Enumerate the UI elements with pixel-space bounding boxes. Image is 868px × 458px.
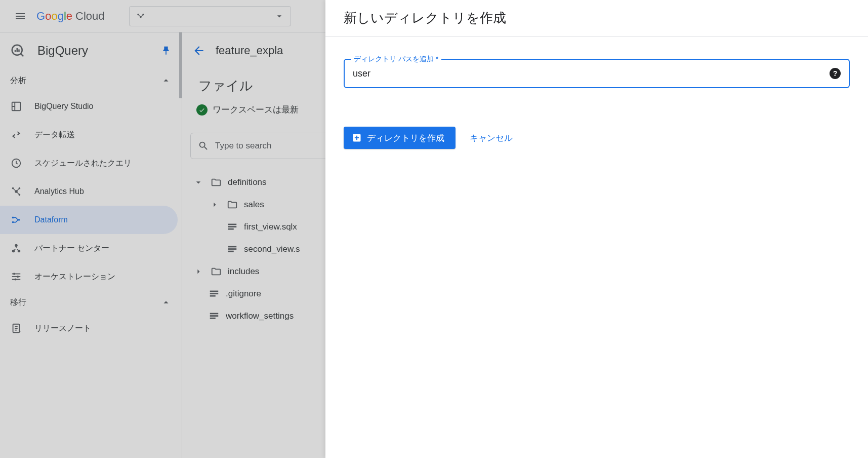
field-label: ディレクトリ パスを追加 * — [351, 55, 441, 64]
plus-box-icon — [352, 133, 362, 143]
cancel-button[interactable]: キャンセル — [470, 132, 513, 144]
panel-header: 新しいディレクトリを作成 — [325, 0, 868, 36]
directory-path-field[interactable]: ディレクトリ パスを追加 * ? — [344, 59, 850, 88]
directory-path-input[interactable] — [353, 68, 830, 79]
create-directory-button[interactable]: ディレクトリを作成 — [344, 127, 456, 149]
button-label: ディレクトリを作成 — [367, 132, 444, 144]
panel-title: 新しいディレクトリを作成 — [344, 9, 506, 27]
button-label: キャンセル — [470, 133, 513, 143]
help-icon[interactable]: ? — [830, 68, 841, 79]
create-directory-panel: 新しいディレクトリを作成 ディレクトリ パスを追加 * ? ディレクトリを作成 … — [325, 0, 868, 458]
